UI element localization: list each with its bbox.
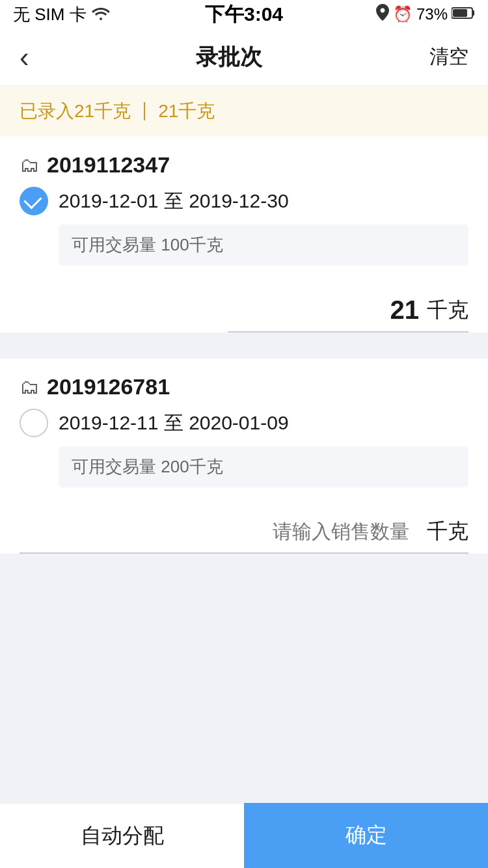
batch1-radio[interactable] [20,187,48,215]
batch2-radio[interactable] [20,409,48,437]
batch2-input-unit: 千克 [427,517,468,546]
batch1-header: 🗂 2019112347 [20,152,468,178]
batch1-date: 2019-12-01 至 2019-12-30 [59,188,289,215]
svg-rect-1 [472,10,474,16]
battery-icon [452,5,475,23]
status-bar: 无 SIM 卡 下午3:04 ⏰ 73% [0,0,488,29]
carrier-text: 无 SIM 卡 [13,3,87,26]
batch2-date-row[interactable]: 2019-12-11 至 2020-01-09 [20,409,468,437]
summary-banner: 已录入21千克 21千克 [0,86,488,137]
svg-rect-2 [453,9,467,17]
batch1-quantity-row: 21 千克 [0,285,488,325]
bottom-bar: 自动分配 确定 [0,803,488,868]
batch1-date-row[interactable]: 2019-12-01 至 2019-12-30 [20,187,468,215]
batch2-date: 2019-12-11 至 2020-01-09 [59,410,289,437]
clear-button[interactable]: 清空 [429,44,468,70]
confirm-button[interactable]: 确定 [244,803,488,868]
recorded-label: 已录入21千克 [20,99,131,124]
batch1-quantity-unit: 千克 [427,296,468,325]
batch1-doc-icon: 🗂 [20,154,39,176]
batch1-card: 🗂 2019112347 2019-12-01 至 2019-12-30 可用交… [0,137,488,332]
separator1 [0,346,488,359]
batch2-quantity-input[interactable] [20,521,419,543]
batch2-doc-icon: 🗂 [20,376,39,398]
batch2-header: 🗂 2019126781 [20,374,468,400]
batch1-quantity-value: 21 [390,295,420,325]
batch1-available: 可用交易量 100千克 [59,224,468,265]
battery-text: 73% [416,5,448,23]
nav-bar: ‹ 录批次 清空 [0,29,488,86]
batch2-input-row[interactable]: 千克 [0,507,488,546]
status-left: 无 SIM 卡 [13,3,110,26]
batch2-card: 🗂 2019126781 2019-12-11 至 2020-01-09 可用交… [0,359,488,554]
summary-value: 21千克 [158,99,215,124]
alarm-icon: ⏰ [393,5,413,23]
batch2-available: 可用交易量 200千克 [59,446,468,487]
batch2-divider [20,552,468,554]
location-icon [376,4,389,25]
batch1-inner: 🗂 2019112347 2019-12-01 至 2019-12-30 可用交… [0,137,488,285]
batch2-inner: 🗂 2019126781 2019-12-11 至 2020-01-09 可用交… [0,359,488,507]
batch2-id: 2019126781 [47,374,170,400]
auto-distribute-button[interactable]: 自动分配 [0,803,244,868]
wifi-icon [92,5,110,25]
batch1-divider [228,331,468,332]
summary-divider [144,102,145,120]
back-button[interactable]: ‹ [20,41,29,74]
status-time: 下午3:04 [205,1,283,28]
page-title: 录批次 [196,42,262,72]
batch1-id: 2019112347 [47,152,170,178]
status-right: ⏰ 73% [376,4,475,25]
